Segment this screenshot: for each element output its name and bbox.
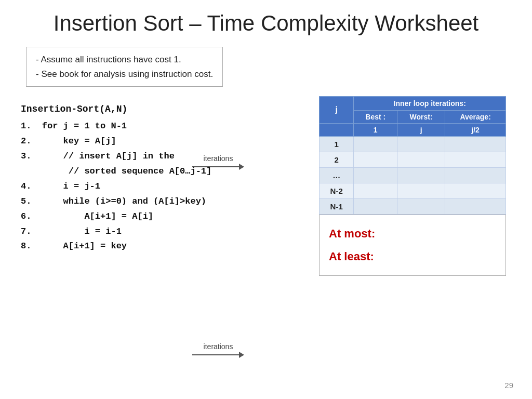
- code-line-3: 3. // insert A[j] in the: [21, 149, 319, 164]
- table-cell-worst: [397, 183, 445, 198]
- table-cell-j: N-1: [320, 198, 354, 214]
- table-cell-average: [445, 136, 506, 152]
- right-section: j Inner loop iterations: Best : Worst: A…: [319, 96, 511, 276]
- arrow-shaft-1: [192, 166, 239, 167]
- table-cell-worst: [397, 136, 445, 152]
- table-cell-worst: [397, 198, 445, 214]
- table-cell-best: [354, 183, 397, 198]
- table-row: 2: [320, 152, 506, 167]
- note-line2: - See book for analysis using instructio…: [36, 67, 213, 81]
- page: Insertion Sort – Time Complexity Workshe…: [0, 0, 532, 399]
- arrow-head-2: [239, 352, 244, 358]
- row-average-val: j/2: [445, 123, 506, 136]
- table-cell-average: [445, 198, 506, 214]
- code-line-4: 4. i = j-1: [21, 179, 319, 194]
- arrow-line-2: [192, 352, 244, 358]
- table-cell-best: [354, 167, 397, 183]
- table-container: j Inner loop iterations: Best : Worst: A…: [319, 96, 506, 215]
- page-title: Insertion Sort – Time Complexity Workshe…: [21, 10, 511, 36]
- table-cell-j: 2: [320, 152, 354, 167]
- table-row: N-2: [320, 183, 506, 198]
- at-most-label: At most:: [329, 222, 496, 245]
- code-line-6: 6. A[i+1] = A[i]: [21, 209, 319, 224]
- table-cell-j: 1: [320, 136, 354, 152]
- table-row: …: [320, 167, 506, 183]
- slide-number: 29: [504, 381, 513, 390]
- note-line1: - Assume all instructions have cost 1.: [36, 52, 213, 66]
- arrow-label-1: iterations: [204, 154, 233, 163]
- arrow-head-1: [239, 164, 244, 170]
- code-line-7: 7. i = i-1: [21, 224, 319, 240]
- table-cell-best: [354, 136, 397, 152]
- col-j-sub: [320, 123, 354, 136]
- arrow-iterations-2: iterations: [192, 342, 244, 358]
- arrow-label-2: iterations: [204, 342, 233, 351]
- col-best-header: Best :: [354, 110, 397, 123]
- col-average-header: Average:: [445, 110, 506, 123]
- at-least-label: At least:: [329, 245, 496, 268]
- row-worst-val: j: [397, 123, 445, 136]
- code-line-8: 8. A[i+1] = key: [21, 239, 319, 254]
- table-cell-best: [354, 152, 397, 167]
- table-cell-worst: [397, 152, 445, 167]
- content-area: Insertion-Sort(A,N) 1. for j = 1 to N-1 …: [21, 96, 511, 276]
- table-cell-worst: [397, 167, 445, 183]
- code-line-1: 1. for j = 1 to N-1: [21, 119, 319, 134]
- code-line-5: 5. while (i>=0) and (A[i]>key): [21, 194, 319, 209]
- table-cell-j: …: [320, 167, 354, 183]
- code-title: Insertion-Sort(A,N): [21, 101, 319, 117]
- code-section: Insertion-Sort(A,N) 1. for j = 1 to N-1 …: [21, 96, 319, 255]
- table-cell-best: [354, 198, 397, 214]
- main-content: Insertion-Sort(A,N) 1. for j = 1 to N-1 …: [21, 96, 511, 276]
- code-line-3b: // sorted sequence A[0…j-1]: [21, 164, 319, 179]
- table-cell-average: [445, 183, 506, 198]
- row-best-val: 1: [354, 123, 397, 136]
- note-box: - Assume all instructions have cost 1. -…: [26, 47, 223, 86]
- arrow-iterations-1: iterations: [192, 154, 244, 170]
- code-line-2: 2. key = A[j]: [21, 134, 319, 149]
- inner-loop-header: Inner loop iterations:: [354, 96, 506, 110]
- col-j-header: j: [320, 96, 354, 123]
- table-cell-average: [445, 167, 506, 183]
- table-cell-average: [445, 152, 506, 167]
- arrow-shaft-2: [192, 354, 239, 355]
- result-box: At most: At least:: [319, 215, 506, 276]
- table-row: 1: [320, 136, 506, 152]
- col-worst-header: Worst:: [397, 110, 445, 123]
- complexity-table: j Inner loop iterations: Best : Worst: A…: [319, 96, 506, 215]
- arrow-line-1: [192, 164, 244, 170]
- table-cell-j: N-2: [320, 183, 354, 198]
- table-row: N-1: [320, 198, 506, 214]
